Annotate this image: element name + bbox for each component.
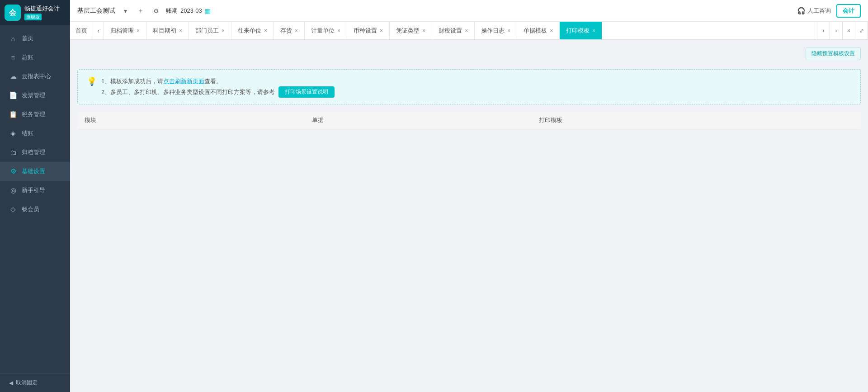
ledger-icon: ≡ [9, 53, 17, 61]
col-document: 单据 [305, 112, 532, 129]
sidebar-item-label: 发票管理 [22, 91, 45, 99]
sidebar-item-member[interactable]: ◇ 畅会员 [0, 200, 70, 219]
sidebar-item-settings[interactable]: ⚙ 基础设置 [0, 162, 70, 181]
info-box-content: 💡 1、模板添加成功后，请点击刷新新页面查看。 2、多员工、多打印机、多种业务类… [87, 76, 851, 98]
bulb-icon: 💡 [87, 76, 97, 86]
info-line1: 1、模板添加成功后，请点击刷新新页面查看。 [101, 76, 335, 86]
sidebar-item-label: 归档管理 [22, 148, 45, 156]
tab-supplier[interactable]: 往来单位 × [231, 22, 274, 40]
sidebar-item-checkout[interactable]: ◈ 结账 [0, 124, 70, 143]
sidebar-item-label: 税务管理 [22, 110, 45, 118]
period-value: 2023-03 [180, 7, 202, 14]
content-area: 隐藏预置模板设置 💡 1、模板添加成功后，请点击刷新新页面查看。 2、多员工、多… [70, 40, 868, 392]
headset-icon: 🎧 [797, 7, 806, 15]
col-module: 模块 [77, 112, 305, 129]
tab-close-subject[interactable]: × [179, 28, 182, 34]
sidebar: 会 畅捷通好会计 旗舰版 ⌂ 首页 ≡ 总账 ☁ 云报表中心 📄 发票管理 📋 … [0, 0, 70, 392]
dropdown-icon[interactable]: ▾ [120, 5, 131, 16]
sidebar-item-reports[interactable]: ☁ 云报表中心 [0, 67, 70, 86]
member-icon: ◇ [9, 205, 17, 213]
info-line2: 2、多员工、多打印机、多种业务类型设置不同打印方案等，请参考 打印场景设置说明 [101, 86, 335, 98]
hide-preview-button[interactable]: 隐藏预置模板设置 [806, 47, 861, 60]
table-header-row: 模块 单据 打印模板 [77, 112, 861, 129]
accounting-button[interactable]: 会计 [836, 4, 861, 18]
customer-service-label: 人工咨询 [807, 7, 831, 15]
tab-expand-btn[interactable]: ⤢ [855, 22, 868, 40]
tab-nav-arrows: ‹ › × ⤢ [817, 22, 868, 40]
archive-icon: 🗂 [9, 148, 17, 156]
sidebar-item-ledger[interactable]: ≡ 总账 [0, 48, 70, 67]
tab-single-template[interactable]: 单据模板 × [517, 22, 560, 40]
print-template-table: 模块 单据 打印模板 [77, 112, 861, 129]
sidebar-nav: ⌂ 首页 ≡ 总账 ☁ 云报表中心 📄 发票管理 📋 税务管理 ◈ 结账 🗂 归… [0, 25, 70, 373]
app-logo: 会 畅捷通好会计 旗舰版 [0, 0, 70, 25]
customer-service-button[interactable]: 🎧 人工咨询 [797, 7, 831, 15]
sidebar-item-tax[interactable]: 📋 税务管理 [0, 105, 70, 124]
main-content: 基层工会测试 ▾ ＋ ⚙ 账期 2023-03 ▦ 🎧 人工咨询 会计 首页 ‹… [70, 0, 868, 392]
tab-archive[interactable]: 归档管理 × [104, 22, 146, 40]
add-icon[interactable]: ＋ [135, 5, 146, 16]
home-icon: ⌂ [9, 34, 17, 43]
sidebar-item-label: 新手引导 [22, 186, 45, 194]
tab-close-tax-settings[interactable]: × [465, 28, 468, 34]
tab-dept[interactable]: 部门员工 × [189, 22, 231, 40]
sidebar-item-invoice[interactable]: 📄 发票管理 [0, 86, 70, 105]
tab-close-supplier[interactable]: × [264, 28, 267, 34]
sidebar-item-label: 首页 [22, 34, 33, 43]
home-tab-label: 首页 [75, 27, 87, 35]
refresh-link[interactable]: 点击刷新新页面 [163, 78, 204, 85]
tab-tax-settings[interactable]: 财税设置 × [432, 22, 475, 40]
sidebar-unpin-button[interactable]: ◀ 取消固定 [0, 373, 70, 392]
tab-subject[interactable]: 科目期初 × [146, 22, 189, 40]
cloud-icon: ☁ [9, 72, 17, 80]
tab-close-archive[interactable]: × [137, 28, 140, 34]
tab-close-inventory[interactable]: × [295, 28, 298, 34]
logo-icon: 会 [5, 5, 21, 21]
info-text: 1、模板添加成功后，请点击刷新新页面查看。 2、多员工、多打印机、多种业务类型设… [101, 76, 335, 98]
topbar-right: 🎧 人工咨询 会计 [797, 4, 861, 18]
tax-icon: 📋 [9, 110, 17, 118]
sidebar-item-label: 总账 [22, 53, 33, 61]
sidebar-item-home[interactable]: ⌂ 首页 [0, 29, 70, 48]
tab-close-print-template[interactable]: × [592, 28, 595, 34]
checkout-icon: ◈ [9, 129, 17, 137]
top-action-bar: 隐藏预置模板设置 [77, 47, 861, 65]
invoice-icon: 📄 [9, 91, 17, 99]
topbar: 基层工会测试 ▾ ＋ ⚙ 账期 2023-03 ▦ 🎧 人工咨询 会计 [70, 0, 868, 22]
tab-close-operation-log[interactable]: × [507, 28, 510, 34]
unpin-label: 取消固定 [16, 379, 38, 387]
period-label: 账期 [166, 7, 178, 15]
tab-home[interactable]: 首页 [70, 22, 93, 40]
company-name: 基层工会测试 [77, 7, 115, 15]
logo-text: 畅捷通好会计 旗舰版 [24, 5, 60, 21]
tab-prev-btn[interactable]: ‹ [817, 22, 830, 40]
tab-voucher-type[interactable]: 凭证类型 × [390, 22, 432, 40]
tab-close-dept[interactable]: × [222, 28, 225, 34]
tab-close-single-template[interactable]: × [550, 28, 553, 34]
sidebar-item-archive[interactable]: 🗂 归档管理 [0, 143, 70, 162]
tab-inventory[interactable]: 存货 × [274, 22, 305, 40]
tab-next-btn[interactable]: › [830, 22, 843, 40]
tab-close-voucher-type[interactable]: × [422, 28, 425, 34]
tab-currency[interactable]: 币种设置 × [347, 22, 390, 40]
tab-operation-log[interactable]: 操作日志 × [475, 22, 517, 40]
col-print-template: 打印模板 [532, 112, 861, 129]
unpin-icon: ◀ [9, 380, 13, 386]
tab-back-icon[interactable]: ‹ [93, 22, 104, 40]
tabbar: 首页 ‹ 归档管理 × 科目期初 × 部门员工 × 往来单位 × 存货 × 计量… [70, 22, 868, 40]
gear-icon[interactable]: ⚙ [151, 5, 161, 16]
sidebar-item-guide[interactable]: ◎ 新手引导 [0, 181, 70, 200]
print-scenario-button[interactable]: 打印场景设置说明 [278, 86, 335, 98]
sidebar-item-label: 基础设置 [22, 167, 45, 175]
settings-icon: ⚙ [9, 167, 17, 175]
tab-close-currency[interactable]: × [380, 28, 383, 34]
tab-close-unit[interactable]: × [337, 28, 340, 34]
tab-unit[interactable]: 计量单位 × [305, 22, 347, 40]
sidebar-item-label: 结账 [22, 129, 33, 137]
tab-close-all-btn[interactable]: × [843, 22, 855, 40]
calendar-icon[interactable]: ▦ [205, 7, 211, 14]
info-box: 💡 1、模板添加成功后，请点击刷新新页面查看。 2、多员工、多打印机、多种业务类… [77, 69, 861, 104]
tab-print-template[interactable]: 打印模板 × [560, 22, 602, 40]
sidebar-item-label: 云报表中心 [22, 72, 51, 80]
account-period: 账期 2023-03 ▦ [166, 7, 211, 15]
